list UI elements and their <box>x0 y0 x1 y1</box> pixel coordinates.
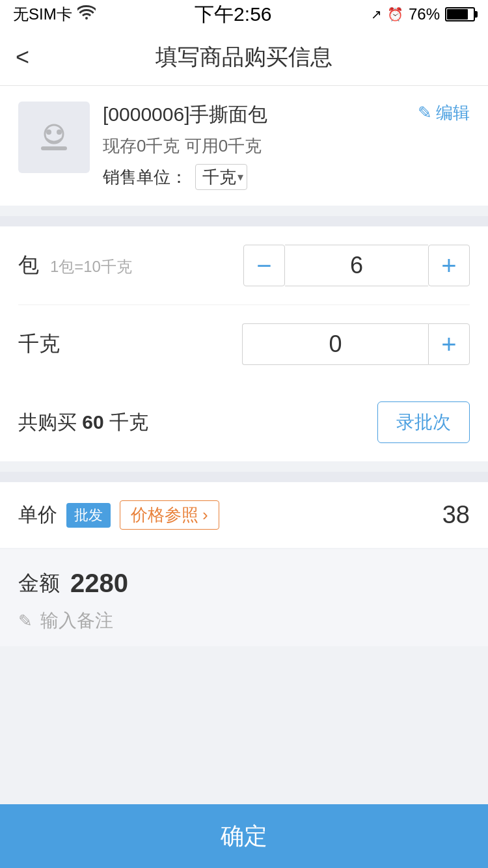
remark-row[interactable]: ✎ 输入备注 <box>18 608 470 633</box>
svg-point-2 <box>57 129 62 135</box>
separator-2 <box>0 472 488 482</box>
status-bar: 无SIM卡 下午2:56 ↗ ⏰ 76% <box>0 0 488 29</box>
edit-button[interactable]: ✎ 编辑 <box>418 102 470 124</box>
edit-label: 编辑 <box>436 102 470 124</box>
status-left: 无SIM卡 <box>13 4 96 25</box>
svg-point-1 <box>46 129 51 135</box>
wifi-icon <box>77 5 96 23</box>
product-card: [0000006]手撕面包 现存0千克 可用0千克 销售单位： 千克 ✎ 编辑 <box>0 86 488 206</box>
unit-select[interactable]: 千克 <box>195 164 247 190</box>
kg-label: 千克 <box>18 330 242 359</box>
price-ref-button[interactable]: 价格参照 › <box>120 500 219 530</box>
kg-plus-button[interactable]: + <box>428 323 470 365</box>
bag-label: 包 1包=10千克 <box>18 251 243 280</box>
price-label: 单价 <box>18 502 57 528</box>
total-value: 60 <box>82 411 109 433</box>
bag-input[interactable] <box>285 245 428 286</box>
location-icon: ↗ <box>371 7 382 22</box>
remark-placeholder: 输入备注 <box>40 608 113 633</box>
page-title: 填写商品购买信息 <box>156 42 332 72</box>
bag-minus-button[interactable]: − <box>243 245 285 286</box>
total-text: 共购买 60 千克 <box>18 409 148 436</box>
kg-stepper: + <box>242 323 470 365</box>
total-section: 共购买 60 千克 录批次 <box>0 383 488 461</box>
price-type-tag: 批发 <box>66 503 111 528</box>
product-image <box>18 102 90 173</box>
status-right: ↗ ⏰ 76% <box>371 5 475 23</box>
price-value: 38 <box>442 501 470 529</box>
status-time: 下午2:56 <box>195 1 271 28</box>
product-unit-row: 销售单位： 千克 <box>103 164 405 190</box>
svg-rect-3 <box>41 146 67 150</box>
content: [0000006]手撕面包 现存0千克 可用0千克 销售单位： 千克 ✎ 编辑 … <box>0 86 488 815</box>
edit-icon: ✎ <box>418 103 432 123</box>
separator-1 <box>0 216 488 226</box>
bag-stepper: − + <box>243 245 470 286</box>
carrier-text: 无SIM卡 <box>13 4 72 25</box>
unit-label: 销售单位： <box>103 166 187 189</box>
product-stock: 现存0千克 可用0千克 <box>103 135 405 157</box>
product-name: [0000006]手撕面包 <box>103 102 405 128</box>
bag-sublabel: 1包=10千克 <box>50 258 132 275</box>
product-logo-icon <box>34 118 74 157</box>
input-section: 包 1包=10千克 − + 千克 + <box>0 226 488 383</box>
batch-button[interactable]: 录批次 <box>377 401 470 443</box>
back-button[interactable]: < <box>16 44 29 71</box>
price-ref-arrow-icon: › <box>202 505 208 525</box>
bag-input-row: 包 1包=10千克 − + <box>18 226 470 305</box>
product-info: [0000006]手撕面包 现存0千克 可用0千克 销售单位： 千克 <box>103 102 405 190</box>
confirm-button[interactable]: 确定 <box>0 804 488 868</box>
unit-select-wrapper[interactable]: 千克 <box>195 164 247 190</box>
pencil-icon: ✎ <box>18 611 33 631</box>
kg-input-row: 千克 + <box>18 305 470 383</box>
empty-space <box>0 646 488 815</box>
price-ref-label: 价格参照 <box>131 504 198 526</box>
bag-plus-button[interactable]: + <box>428 245 470 286</box>
battery-icon <box>445 7 475 21</box>
amount-row: 金额 2280 <box>18 569 470 598</box>
kg-input[interactable] <box>242 323 428 365</box>
amount-section: 金额 2280 ✎ 输入备注 <box>0 549 488 646</box>
alarm-icon: ⏰ <box>387 7 403 22</box>
battery-percent: 76% <box>409 5 440 23</box>
nav-bar: < 填写商品购买信息 <box>0 29 488 86</box>
amount-value: 2280 <box>70 569 128 598</box>
price-section: 单价 批发 价格参照 › 38 <box>0 482 488 548</box>
amount-label: 金额 <box>18 569 60 598</box>
